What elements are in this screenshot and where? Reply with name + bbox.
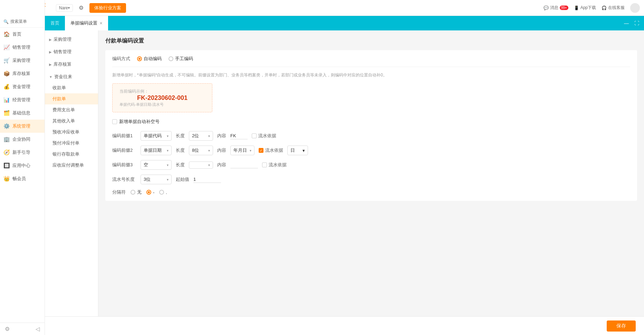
- start-value-input[interactable]: [193, 176, 221, 183]
- app-download-button[interactable]: 📱 App下载: [574, 5, 596, 11]
- prefix2-content-select[interactable]: 年月日 ▾: [230, 146, 254, 155]
- config-row-prefix1: 编码前缀1 单据代码 ▾ 长度 2位 ▾ 内容 流水依据: [112, 131, 630, 141]
- purchase-icon: 🛒: [3, 57, 10, 64]
- prefix3-select[interactable]: 空 ▾: [141, 160, 172, 170]
- tab-maximize-icon[interactable]: ⛶: [632, 19, 641, 27]
- subnav-item-payment[interactable]: 付款单: [45, 93, 98, 104]
- sidebar-item-inventory[interactable]: 📦 库存核算: [0, 67, 45, 80]
- enterprise-icon: 🏢: [3, 136, 10, 142]
- tab-close-icon[interactable]: ✕: [99, 21, 103, 26]
- encoding-card: 编码方式 自动编码 手工编码 新增单据时，*单据编码*自动生成，不可编辑。前缀设…: [105, 50, 637, 201]
- service-icon: 🎧: [602, 6, 607, 10]
- prefix2-unit-select[interactable]: 日 ▾: [287, 146, 308, 155]
- prefix1-label: 编码前缀1: [112, 133, 136, 139]
- subnav-header-capital[interactable]: ▼ 资金往来: [45, 71, 98, 82]
- sub-nav: ▶ 采购管理 ▶ 销售管理 ▶ 库存核算 ▼ 资金往来 收款单: [45, 30, 98, 335]
- prefix2-chevron: ▾: [167, 149, 169, 152]
- sep-dot-radio: [159, 190, 164, 195]
- sidebar-item-operations[interactable]: 📊 经营管理: [0, 93, 45, 106]
- sidebar-item-apps[interactable]: 🔲 应用中心: [0, 159, 45, 172]
- prefix1-length-chevron: ▾: [208, 134, 210, 138]
- tab-minimize-icon[interactable]: —: [622, 19, 631, 27]
- radio-manual-encode[interactable]: 手工编码: [169, 56, 193, 62]
- top-bar-right: 💬 消息 99+ 📱 App下载 🎧 在线客服: [544, 3, 640, 13]
- top-bar-middle: Nare ▾ ⚙ 体验行业方案: [49, 3, 544, 13]
- operations-icon: 📊: [3, 97, 10, 103]
- prefix3-label: 编码前缀3: [112, 162, 136, 168]
- subnav-group-purchase: ▶ 采购管理: [45, 34, 98, 45]
- subnav-header-sales[interactable]: ▶ 销售管理: [45, 46, 98, 57]
- sep-none-option[interactable]: 无: [131, 189, 142, 195]
- messages-button[interactable]: 💬 消息 99+: [544, 5, 568, 11]
- sidebar-item-basics[interactable]: 🗂️ 基础信息: [0, 106, 45, 120]
- subnav-group-inventory: ▶ 库存核算: [45, 59, 98, 70]
- prefix2-serial-check[interactable]: ✓ 流水依据: [259, 147, 283, 153]
- subnav-item-pre-payment[interactable]: 预付冲应付单: [45, 138, 98, 149]
- sep-dash-option[interactable]: -: [146, 190, 154, 195]
- prefix2-length-select[interactable]: 8位 ▾: [189, 146, 213, 155]
- apps-icon: 🔲: [3, 162, 10, 169]
- prefix2-length-chevron: ▾: [208, 149, 210, 152]
- tab-home[interactable]: 首页: [45, 16, 65, 30]
- serial-length-label: 流水号长度: [112, 176, 136, 183]
- subnav-item-expense[interactable]: 费用支出单: [45, 104, 98, 115]
- preview-desc: 单据代码-单据日期-流水号: [119, 102, 164, 106]
- prefix1-serial-checkbox[interactable]: [252, 133, 257, 138]
- prefix3-content-input[interactable]: [230, 161, 258, 168]
- prefix1-serial-check[interactable]: 流水依据: [252, 133, 276, 139]
- radio-auto-encode[interactable]: 自动编码: [137, 56, 162, 62]
- subnav-header-purchase[interactable]: ▶ 采购管理: [45, 34, 98, 45]
- prefix1-content-input[interactable]: [230, 132, 248, 139]
- auto-fill-checkbox[interactable]: [112, 119, 117, 124]
- sidebar-item-guide[interactable]: 🧭 新手引导: [0, 146, 45, 159]
- prefix3-serial-checkbox[interactable]: [262, 162, 267, 167]
- prefix3-serial-check[interactable]: 流水依据: [262, 162, 287, 168]
- search-menu-button[interactable]: 🔍 搜索菜单: [0, 16, 45, 28]
- prefix2-content-chevron: ▾: [250, 149, 251, 152]
- sidebar-bottom: ⚙ ◁: [0, 323, 45, 335]
- sidebar-item-home[interactable]: 🏠 首页: [0, 28, 45, 41]
- member-icon: 👑: [3, 176, 10, 182]
- chevron-down-icon: ▾: [68, 6, 70, 10]
- subnav-item-receipt[interactable]: 收款单: [45, 82, 98, 93]
- trial-button[interactable]: 体验行业方案: [89, 3, 126, 13]
- tab-encode-settings[interactable]: 单据编码设置 ✕: [65, 16, 108, 30]
- prefix3-chevron: ▾: [167, 163, 169, 167]
- subnav-group-capital: ▼ 资金往来 收款单 付款单 费用支出单 其他收入单 预收冲应收单 预付冲应付单: [45, 71, 98, 171]
- sidebar-item-purchase[interactable]: 🛒 采购管理: [0, 54, 45, 67]
- sidebar-item-member[interactable]: 👑 畅会员: [0, 172, 45, 185]
- guide-icon: 🧭: [3, 149, 10, 156]
- sidebar-item-system[interactable]: ⚙️ 系统管理: [0, 120, 45, 133]
- subnav-header-inventory[interactable]: ▶ 库存核算: [45, 59, 98, 70]
- hint-text: 新增单据时，*单据编码*自动生成，不可编辑。前缀设置为部门、业务员等档案类，开单…: [112, 72, 630, 78]
- sidebar-item-sales[interactable]: 📈 销售管理: [0, 41, 45, 54]
- prefix2-select[interactable]: 单据日期 ▾: [141, 146, 172, 155]
- online-service-button[interactable]: 🎧 在线客服: [602, 5, 625, 11]
- subnav-item-bank-deposit[interactable]: 银行存取款单: [45, 149, 98, 160]
- sidebar-item-finance[interactable]: 💰 资金管理: [0, 80, 45, 93]
- settings-button[interactable]: ⚙: [76, 3, 86, 13]
- company-selector[interactable]: Nare ▾: [56, 4, 73, 12]
- sidebar-item-enterprise[interactable]: 🏢 企业协同: [0, 133, 45, 146]
- subnav-item-other-income[interactable]: 其他收入单: [45, 115, 98, 127]
- serial-length-select[interactable]: 3位 ▾: [141, 175, 172, 184]
- prefix3-length-select[interactable]: ▾: [189, 161, 213, 169]
- config-row-prefix2: 编码前缀2 单据日期 ▾ 长度 8位 ▾ 内容 年月日 ▾ ✓ 流水依据: [112, 146, 630, 155]
- prefix2-label: 编码前缀2: [112, 147, 136, 153]
- message-icon: 💬: [544, 6, 549, 10]
- settings-bottom-icon[interactable]: ⚙: [5, 326, 10, 332]
- subnav-item-pre-collection[interactable]: 预收冲应收单: [45, 127, 98, 138]
- prefix2-serial-checkbox[interactable]: ✓: [259, 148, 263, 153]
- system-icon: ⚙️: [3, 123, 10, 129]
- sep-dash-radio: [146, 190, 151, 195]
- content-area: 付款单编码设置 编码方式 自动编码 手工编码 新增单据时，*单据编码*自动生成，…: [98, 30, 644, 335]
- prefix1-select[interactable]: 单据代码 ▾: [141, 131, 172, 141]
- collapse-icon[interactable]: ◁: [36, 326, 40, 332]
- prefix1-length-select[interactable]: 2位 ▾: [189, 131, 213, 141]
- subnav-item-payable-adj[interactable]: 应收应付调整单: [45, 160, 98, 171]
- user-avatar[interactable]: [630, 3, 640, 13]
- preview-code: FK-20230602-001: [119, 94, 205, 102]
- encoding-method-label: 编码方式: [112, 56, 130, 62]
- save-button[interactable]: 保存: [607, 320, 636, 332]
- sep-dot-option[interactable]: .: [159, 190, 167, 195]
